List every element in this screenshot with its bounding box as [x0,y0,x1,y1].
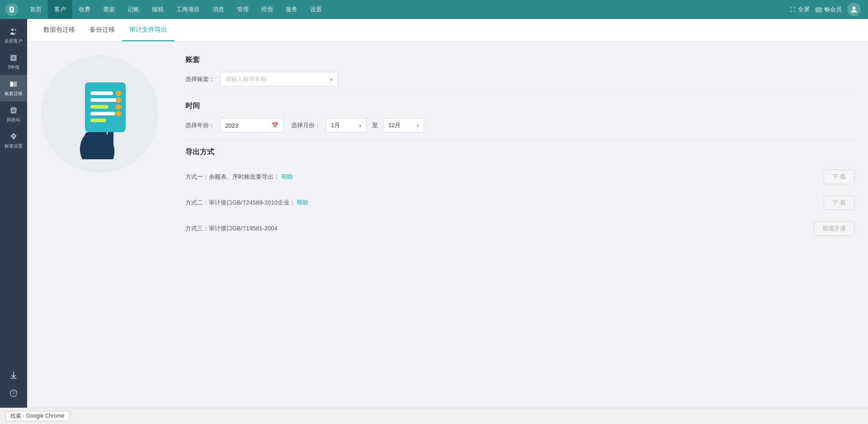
user-avatar-icon [849,5,859,14]
svg-rect-26 [90,119,106,122]
zero-declare-icon: 0 [9,53,18,62]
svg-point-12 [13,135,14,137]
svg-rect-7 [10,81,14,87]
membership-button[interactable]: 畅会员 [815,5,842,14]
account-section-title: 账套 [185,55,854,65]
nav-business[interactable]: 工商项目 [170,0,206,19]
recycle-icon [9,106,18,115]
sidebar-item-recycle[interactable]: 回收站 [0,101,27,128]
time-section-title: 时间 [185,101,854,111]
svg-point-3 [11,29,14,31]
svg-point-29 [116,104,121,110]
nav-service[interactable]: 服务 [279,0,304,19]
account-label: 选择账套： [185,75,215,83]
nav-settings[interactable]: 设置 [304,0,328,19]
time-form-row: 选择年份： 2023 📅 选择月份： 1月 至 12月 [185,118,854,133]
nav-items: 首页 客户 收费 票据 记账 报税 工商项目 消息 管理 经营 服务 设置 [24,0,790,19]
avatar[interactable] [847,3,861,16]
method-3-label: 方式三：审计接口GB/T19581-2004 [185,225,278,232]
main-layout: 全部客户 0 0申报 账套迁移 回收站 [0,19,868,408]
migration-icon [9,80,18,89]
chevron-down-icon [330,76,333,83]
top-nav: 首页 客户 收费 票据 记账 报税 工商项目 消息 管理 经营 服务 设置 全屏… [0,0,868,19]
nav-client[interactable]: 客户 [48,0,72,19]
account-select[interactable]: 请输入账簿名称 [220,72,338,86]
help-icon: ? [9,389,18,398]
method-1-download-button[interactable]: 下 载 [824,170,854,184]
tab-data-migration[interactable]: 数据包迁移 [36,19,82,41]
svg-rect-22 [90,91,113,95]
download-icon [9,371,18,380]
method-3-text-wrap: 方式三：审计接口GB/T19581-2004 [185,224,278,233]
app-logo [4,1,20,18]
nav-operation[interactable]: 经营 [255,0,279,19]
tag-icon [9,132,18,141]
svg-point-4 [14,29,16,31]
nav-bookkeeping[interactable]: 记账 [121,0,146,19]
month-end-chevron-icon [416,122,419,129]
sidebar-item-download[interactable] [0,366,27,384]
month-end-value: 12月 [388,121,401,129]
year-value: 2023 [225,122,238,129]
month-start-select[interactable]: 1月 [326,118,367,133]
method-2-help-link[interactable]: 帮助 [297,199,308,206]
content-area: 账套 选择账套： 请输入账簿名称 时间 选择年份： 2023 📅 [27,42,868,408]
fullscreen-button[interactable]: 全屏 [790,5,810,14]
export-section-title: 导出方式 [185,148,854,157]
method-1-help-link[interactable]: 帮助 [281,173,293,180]
nav-fee[interactable]: 收费 [72,0,97,19]
tab-audit-export[interactable]: 审计文件导出 [122,19,175,41]
nav-invoice[interactable]: 票据 [97,0,121,19]
year-input[interactable]: 2023 📅 [220,118,283,133]
sidebar-label-zero-declare: 0申报 [8,64,19,71]
divider-2 [185,140,854,140]
svg-point-30 [116,111,121,116]
nav-message[interactable]: 消息 [206,0,231,19]
sidebar-label-all-clients: 全部客户 [5,38,23,44]
sidebar-label-tag: 标签设置 [5,143,23,149]
nav-tax[interactable]: 报税 [146,0,170,19]
export-method-2: 方式二：审计接口GB/T24589-2010企业： 帮助 下 载 [185,190,854,216]
tab-backup-migration[interactable]: 备份迁移 [82,19,122,41]
tabs-bar: 数据包迁移 备份迁移 审计文件导出 [27,19,868,42]
nav-right: 全屏 畅会员 [790,3,868,16]
sidebar: 全部客户 0 0申报 账套迁移 回收站 [0,19,27,408]
svg-text:0: 0 [13,56,15,60]
illustration-circle [41,55,158,173]
export-method-1: 方式一：余额表、序时账批量导出： 帮助 下 载 [185,164,854,190]
form-section: 账套 选择账套： 请输入账簿名称 时间 选择年份： 2023 📅 [185,55,854,241]
illustration-wrap [41,55,158,173]
bottom-bar: 线索 - Google Chrome [0,408,868,424]
membership-icon [815,6,822,13]
fullscreen-label: 全屏 [798,5,810,14]
year-label: 选择年份： [185,121,215,129]
month-end-select[interactable]: 12月 [383,118,424,133]
sidebar-item-zero-declare[interactable]: 0 0申报 [0,49,27,75]
calendar-icon: 📅 [272,122,278,129]
account-form-row: 选择账套： 请输入账簿名称 [185,72,854,86]
method-3-open-button[interactable]: 暂缓开通 [814,221,854,236]
sidebar-label-migration: 账套迁移 [5,91,23,97]
export-method-3: 方式三：审计接口GB/T19581-2004 暂缓开通 [185,216,854,241]
svg-rect-8 [14,81,17,87]
users-icon [9,27,18,36]
svg-point-27 [116,91,121,96]
month-label: 选择月份： [289,121,321,129]
sidebar-item-help[interactable]: ? [0,384,27,402]
method-2-download-button[interactable]: 下 载 [824,195,854,210]
svg-rect-13 [10,378,16,379]
sidebar-item-all-clients[interactable]: 全部客户 [0,23,27,49]
sidebar-item-tag[interactable]: 标签设置 [0,128,27,154]
divider-1 [185,94,854,94]
nav-home[interactable]: 首页 [24,0,48,19]
method-1-label: 方式一：余额表、序时账批量导出： [185,173,279,180]
illustration-svg [59,69,140,159]
svg-point-2 [853,6,856,10]
svg-rect-24 [90,105,108,109]
nav-manage[interactable]: 管理 [231,0,255,19]
method-1-text-wrap: 方式一：余额表、序时账批量导出： 帮助 [185,173,293,181]
sidebar-label-recycle: 回收站 [7,117,20,123]
range-separator: 至 [372,121,378,129]
sidebar-item-migration[interactable]: 账套迁移 [0,75,27,101]
membership-label: 畅会员 [824,5,842,14]
